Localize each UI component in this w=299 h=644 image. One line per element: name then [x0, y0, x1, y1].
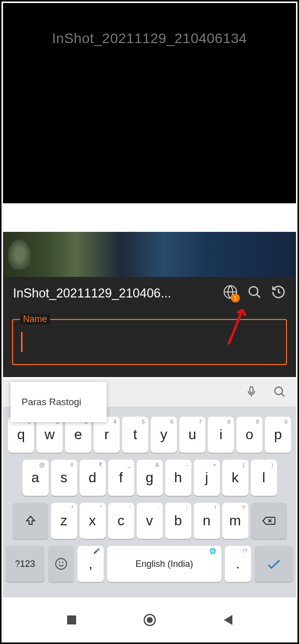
key-z[interactable]: z*	[51, 503, 77, 539]
search-icon[interactable]	[273, 385, 286, 400]
text-cursor	[21, 332, 23, 352]
nav-recent[interactable]	[66, 614, 77, 627]
key-j[interactable]: j+	[194, 460, 220, 496]
key-f[interactable]: f_	[108, 460, 134, 496]
comma-key[interactable]: ,🎤	[78, 546, 104, 582]
key-a[interactable]: a@	[23, 460, 49, 496]
history-button[interactable]	[271, 284, 286, 301]
nav-back[interactable]	[222, 614, 233, 628]
system-navbar	[3, 601, 296, 641]
nav-home[interactable]	[143, 613, 157, 629]
emoji-key[interactable]	[48, 546, 74, 582]
space-key[interactable]: 🌐English (India)	[107, 546, 221, 582]
key-c[interactable]: c'	[108, 503, 134, 539]
search-button[interactable]	[247, 284, 262, 301]
key-v[interactable]: v:	[137, 503, 163, 539]
key-i[interactable]: i8	[208, 417, 234, 453]
shift-key[interactable]	[13, 503, 49, 539]
video-preview-top: InShot_20211129_210406134	[3, 3, 296, 203]
key-g[interactable]: g&	[137, 460, 163, 496]
svg-rect-3	[250, 387, 253, 393]
key-m[interactable]: m?	[222, 503, 248, 539]
period-key[interactable]: .!?	[225, 546, 251, 582]
key-p[interactable]: p0	[265, 417, 291, 453]
key-s[interactable]: s#	[51, 460, 77, 496]
globe-badge: 1	[231, 293, 240, 302]
soft-keyboard: q1w2e3r4t5y6u7i8o9p0 a@s#d₹f_g&h-j+k(l) …	[3, 407, 296, 597]
symbols-key[interactable]: ?123	[6, 546, 45, 582]
key-d[interactable]: d₹	[80, 460, 106, 496]
autocomplete-suggestion[interactable]: Paras Rastogi	[11, 382, 107, 422]
key-t[interactable]: t5	[122, 417, 148, 453]
filename-text: InShot_20211129_210406...	[13, 286, 214, 300]
suggestion-text: Paras Rastogi	[22, 397, 81, 408]
svg-point-1	[249, 286, 258, 295]
name-input-label: Name	[20, 314, 50, 325]
key-h[interactable]: h-	[165, 460, 191, 496]
video-thumbnail-strip	[3, 232, 296, 277]
enter-key[interactable]	[254, 546, 293, 582]
svg-point-13	[147, 617, 153, 623]
svg-line-5	[281, 394, 284, 396]
key-n[interactable]: n!	[194, 503, 220, 539]
key-k[interactable]: k(	[222, 460, 248, 496]
globe-button[interactable]: 1	[223, 284, 238, 301]
mic-icon[interactable]	[245, 385, 258, 400]
backspace-key[interactable]	[251, 503, 287, 539]
name-input-field[interactable]: Name	[12, 319, 287, 365]
key-x[interactable]: x"	[80, 503, 106, 539]
svg-point-4	[275, 387, 282, 395]
key-y[interactable]: y6	[151, 417, 177, 453]
key-o[interactable]: o9	[236, 417, 262, 453]
key-l[interactable]: l)	[251, 460, 277, 496]
svg-rect-11	[67, 615, 76, 624]
key-u[interactable]: u7	[179, 417, 205, 453]
svg-line-2	[257, 294, 260, 297]
key-b[interactable]: b;	[165, 503, 191, 539]
svg-point-10	[63, 562, 63, 562]
video-title: InShot_20211129_210406134	[3, 3, 296, 47]
toolbar-panel: InShot_20211129_210406... 1 Name	[3, 277, 296, 377]
svg-point-8	[56, 558, 67, 569]
svg-point-9	[59, 562, 60, 562]
